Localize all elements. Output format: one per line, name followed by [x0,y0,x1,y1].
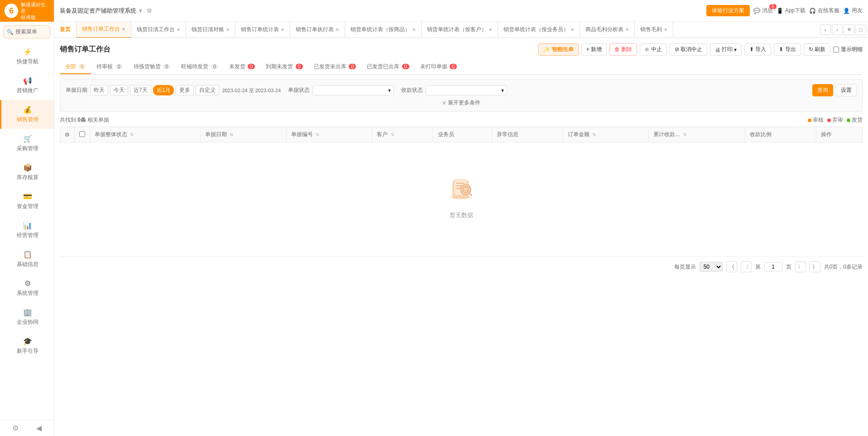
tab-maximize-button[interactable]: □ [855,24,866,35]
export-button[interactable]: ⬇ 导出 [774,43,801,56]
tab-sales-order[interactable]: 销售订单工作台 ✕ [77,22,131,38]
sidebar-item-guide[interactable]: 🎓 新手引导 [0,332,54,360]
table-settings-icon[interactable]: ⚙ [65,132,70,138]
show-detail-checkbox[interactable] [833,47,839,52]
date-custom[interactable]: 自定义 [196,85,219,95]
tab-sales-summary-product[interactable]: 销货单统计表（按商品） ✕ [345,22,422,38]
tab-cash-reconcile[interactable]: 钱货日清对账 ✕ [186,22,235,38]
tab-close-all-button[interactable]: ✕ [844,24,854,35]
sidebar-item-system[interactable]: ⚙ 系统管理 [0,274,54,303]
tab-sales-more[interactable]: 销售毛利 ✕ [635,22,673,38]
sidebar-item-purchase[interactable]: 🛒 采购管理 [0,129,54,158]
settings-button[interactable]: ⚙ [147,7,152,14]
tab-close-sales-stat[interactable]: ✕ [281,27,284,32]
show-detail-label[interactable]: 显示明细 [833,46,863,53]
sidebar-item-marketing[interactable]: 📢 营销推广 [0,71,54,100]
next-page-button[interactable]: 〉 [795,261,806,272]
tab-sales-summary-staff[interactable]: 销货单统计表（按业务员） ✕ [498,22,580,38]
horizontal-scrollbar[interactable] [60,246,863,252]
tab-cash-daily[interactable]: 钱货日清工作台 ✕ [131,22,186,38]
payment-dropdown-icon: ▾ [501,87,504,94]
tab-sales-summary-customer[interactable]: 销货单统计表（按客户） ✕ [422,22,498,38]
refresh-button[interactable]: ↻ 刷新 [804,43,830,56]
ai-generate-button[interactable]: ✨ 智能生单 [538,43,578,56]
filter-tab-not-printed[interactable]: 未打印单据 0 [415,60,462,74]
action-ship-button[interactable]: 发货 [847,116,863,124]
app-download-button[interactable]: 📱 App下载 [777,7,806,14]
action-review-button[interactable]: 审核 [808,116,824,124]
filter-tab-shipped-not-out[interactable]: 已发货未出库 0 [308,60,361,74]
filter-tab-pending-review[interactable]: 待审核 0 [91,60,128,74]
date-today[interactable]: 今天 [110,85,128,95]
cancel-stop-button[interactable]: ⊘ 取消中止 [670,43,707,56]
sidebar-item-inventory[interactable]: 📦 库存核算 [0,158,54,187]
date-yesterday[interactable]: 昨天 [90,85,108,95]
sidebar-item-quick-nav[interactable]: ⚡ 快捷导航 [0,42,54,71]
action-cancel-review-button[interactable]: 弃审 [827,116,843,124]
sidebar-item-basic-info[interactable]: 📋 基础信息 [0,245,54,274]
expand-more-button[interactable]: ∨ 展开更多条件 [442,99,480,107]
tab-sales-exec[interactable]: 销售订单执行表 ✕ [290,22,345,38]
add-button[interactable]: + 新增 [581,43,607,56]
query-button[interactable]: 查询 [812,84,833,96]
status-select[interactable]: ▾ [312,85,394,95]
date-label: 单据日期 [66,86,87,94]
payment-select[interactable]: ▾ [426,85,507,95]
search-menu-button[interactable]: 🔍 搜索菜单 [4,25,50,38]
sidebar-item-enterprise[interactable]: 🏢 企业协同 [0,303,54,332]
accumulated-sort-icon[interactable]: ⇅ [683,132,686,137]
status-sort-icon[interactable]: ⇅ [130,132,134,137]
message-badge: 6 [769,4,777,9]
amount-sort-icon[interactable]: ⇅ [592,132,596,137]
stop-button[interactable]: ⊙ 中止 [640,43,667,56]
tab-next-button[interactable]: › [832,24,843,35]
import-button[interactable]: ⬆ 导入 [744,43,771,56]
tab-close-cash-daily[interactable]: ✕ [177,27,180,32]
filter-tab-pending-inspect[interactable]: 待拣货验货 0 [128,60,176,74]
settings-filter-button[interactable]: 设置 [836,84,857,96]
page-number-input[interactable] [764,262,782,271]
sidebar-item-finance[interactable]: 💳 资金管理 [0,187,54,216]
date-7days[interactable]: 近7天 [130,85,151,95]
filter-tab-all[interactable]: 全部 0 [60,60,91,74]
last-page-button[interactable]: 》 [810,261,820,272]
industry-plan-button[interactable]: 体验行业方案 [706,5,750,16]
per-page-select[interactable]: 20 50 100 [700,262,723,272]
customer-sort-icon[interactable]: ⇅ [391,132,394,137]
online-service-button[interactable]: 🎧 在线客服 [809,7,839,14]
delete-button[interactable]: 🗑 删除 [609,43,637,56]
date-more[interactable]: 更多 [176,85,194,95]
number-sort-icon[interactable]: ⇅ [316,132,319,137]
tab-close-sales-summary-product[interactable]: ✕ [412,27,416,32]
sidebar-item-operations[interactable]: 📊 经营管理 [0,216,54,245]
tab-sales-stat[interactable]: 销售订单统计表 ✕ [235,22,290,38]
tab-home[interactable]: 首页 [54,22,77,38]
tab-close-gross-profit[interactable]: ✕ [625,27,629,32]
tab-prev-button[interactable]: ‹ [820,24,831,35]
first-page-button[interactable]: 《 [726,261,737,272]
select-all-checkbox[interactable] [79,131,85,137]
tab-close-cash-reconcile[interactable]: ✕ [226,27,230,32]
tab-close-sales-order[interactable]: ✕ [122,27,125,32]
sidebar-collapse-button[interactable]: ◀ [36,424,42,432]
pagination: 每页显示 20 50 100 《 〈 第 页 〉 》 共0页，0条记录 [60,256,863,274]
tab-close-sales-summary-customer[interactable]: ✕ [489,27,492,32]
tab-gross-profit[interactable]: 商品毛利分析表 ✕ [580,22,635,38]
sidebar-item-sales[interactable]: 💰 销售管理 [0,100,54,129]
sidebar-settings-button[interactable]: ⚙ [12,424,19,432]
filter-tab-shipped-out[interactable]: 已发货已出库 0 [361,60,414,74]
prev-page-button[interactable]: 〈 [741,261,752,272]
tab-close-sales-summary-staff[interactable]: ✕ [571,27,574,32]
message-button[interactable]: 💬 消息 6 [753,7,773,14]
tab-close-sales-exec[interactable]: ✕ [336,27,339,32]
status-field: 单据状态 ▾ [288,85,394,95]
filter-tab-overdue-not-shipped[interactable]: 到期未发货 0 [260,60,308,74]
print-button[interactable]: 🖨 打印 ▾ [710,43,742,56]
date-1month[interactable]: 近1月 [153,85,174,95]
tab-close-sales-more[interactable]: ✕ [664,27,667,32]
date-sort-icon[interactable]: ⇅ [230,132,233,137]
filter-tab-not-shipped[interactable]: 未发货 0 [224,60,260,74]
system-dropdown-icon[interactable]: ▾ [139,7,142,14]
user-menu-button[interactable]: 👤 用友 [843,7,863,14]
filter-tab-wangpu-pending[interactable]: 旺铺待发货 0 [176,60,223,74]
